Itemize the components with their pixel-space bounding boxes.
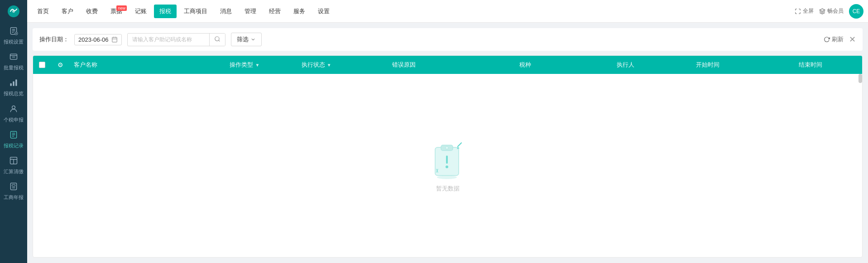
- nav-item-homepage[interactable]: 首页: [32, 5, 54, 18]
- th-error: 错误原因: [352, 57, 456, 73]
- svg-point-13: [12, 106, 15, 109]
- main-area: 首页 客户 收费 票据 new 记账 报税 工商项目 消息 管理 经营 服务 设…: [27, 0, 868, 263]
- th-tax: 税种: [455, 57, 595, 73]
- gongshang-nianbao-icon: [9, 182, 18, 193]
- sidebar-logo: [0, 0, 27, 23]
- sidebar-item-label: 汇算清缴: [4, 169, 24, 175]
- calendar-icon: [111, 36, 118, 43]
- close-button[interactable]: ✕: [849, 35, 856, 44]
- refresh-icon: [824, 36, 830, 43]
- th-status: 执行状态 ▼: [281, 57, 352, 73]
- refresh-button[interactable]: 刷新: [824, 35, 844, 44]
- sidebar: 报税设置 批量报税 报税总览 个税申报: [0, 0, 27, 263]
- sidebar-item-baoshui-zonglang[interactable]: 报税总览: [0, 74, 27, 100]
- svg-point-33: [446, 146, 448, 149]
- baoshui-zonglang-icon: [9, 78, 18, 89]
- svg-point-1: [12, 10, 15, 13]
- svg-rect-23: [12, 185, 15, 186]
- th-start: 开始时间: [656, 57, 759, 73]
- svg-rect-34: [446, 156, 448, 164]
- nav-item-guanli[interactable]: 管理: [239, 5, 262, 18]
- nav-item-xiaoxi[interactable]: 消息: [215, 5, 237, 18]
- fullscreen-icon: [795, 8, 801, 15]
- member-icon: [819, 8, 825, 15]
- date-picker[interactable]: 2023-06-06: [74, 34, 122, 45]
- sidebar-item-label: 批量报税: [4, 65, 24, 71]
- topnav-items: 首页 客户 收费 票据 new 记账 报税 工商项目 消息 管理 经营 服务 设…: [32, 5, 795, 18]
- nav-item-piaoju[interactable]: 票据 new: [105, 5, 128, 18]
- sidebar-item-geshui-shenbao[interactable]: 个税申报: [0, 101, 27, 127]
- svg-point-35: [446, 166, 448, 168]
- op-type-sort-icon[interactable]: ▼: [255, 63, 259, 68]
- search-input[interactable]: [128, 34, 209, 45]
- empty-state: 暂无数据: [416, 125, 480, 206]
- date-label: 操作日期：: [39, 35, 69, 44]
- chevron-down-icon: [250, 37, 256, 42]
- svg-text:+: +: [11, 157, 12, 159]
- sidebar-item-huisuan-qingjiao[interactable]: + 汇算清缴: [0, 152, 27, 178]
- user-avatar[interactable]: CE: [849, 4, 863, 19]
- sidebar-item-label: 报税记录: [4, 143, 24, 149]
- svg-line-36: [458, 143, 461, 146]
- topnav-right: 全屏 畅会员 CE: [795, 4, 863, 19]
- filter-button[interactable]: 筛选: [231, 33, 262, 46]
- sidebar-item-piliang-baoshui[interactable]: 批量报税: [0, 49, 27, 74]
- svg-point-29: [215, 36, 219, 40]
- th-check: [33, 58, 51, 72]
- baoshui-jilu-icon: [9, 130, 18, 141]
- svg-point-38: [437, 175, 457, 179]
- sidebar-item-baoshui-jilu[interactable]: 报税记录: [0, 127, 27, 152]
- table-scrollbar[interactable]: [858, 74, 862, 83]
- empty-illustration: [430, 138, 466, 179]
- content-area: 操作日期： 2023-06-06: [27, 23, 868, 263]
- nav-item-gongshang[interactable]: 工商项目: [178, 5, 213, 18]
- nav-item-jingying[interactable]: 经营: [264, 5, 286, 18]
- search-button[interactable]: [209, 34, 225, 46]
- table-body: 暂无数据: [33, 74, 862, 257]
- empty-text: 暂无数据: [436, 185, 460, 193]
- sidebar-item-label: 工商年报: [4, 195, 24, 200]
- svg-rect-10: [10, 83, 12, 86]
- table-container: ⚙ 客户名称 操作类型 ▼ 执行状态 ▼ 错误原因: [33, 55, 863, 258]
- member-button[interactable]: 畅会员: [819, 7, 844, 15]
- geshui-shenbao-icon: [9, 104, 18, 116]
- svg-rect-11: [13, 82, 14, 86]
- svg-rect-25: [112, 37, 117, 42]
- huisuan-qingjiao-icon: +: [9, 156, 18, 167]
- piaoju-badge: new: [116, 5, 127, 11]
- th-end: 结束时间: [759, 57, 862, 73]
- th-op: 操作类型 ▼: [209, 57, 280, 73]
- sidebar-item-baoshui-shezhi[interactable]: 报税设置: [0, 23, 27, 49]
- topnav: 首页 客户 收费 票据 new 记账 报税 工商项目 消息 管理 经营 服务 设…: [27, 0, 868, 23]
- search-icon: [214, 36, 221, 42]
- exec-status-sort-icon[interactable]: ▼: [327, 63, 331, 68]
- select-all-checkbox[interactable]: [39, 62, 45, 68]
- nav-item-customer[interactable]: 客户: [56, 5, 79, 18]
- fullscreen-button[interactable]: 全屏: [795, 7, 814, 15]
- th-executor: 执行人: [595, 57, 656, 73]
- toolbar: 操作日期： 2023-06-06: [33, 28, 863, 51]
- nav-item-baoshui[interactable]: 报税: [154, 5, 177, 18]
- nav-item-shoufei[interactable]: 收费: [81, 5, 103, 18]
- th-gear: ⚙: [51, 58, 69, 72]
- svg-rect-12: [15, 80, 17, 86]
- main-content: 操作日期： 2023-06-06: [27, 23, 868, 263]
- nav-item-shezhi[interactable]: 设置: [312, 5, 335, 18]
- nav-item-jizhan[interactable]: 记账: [129, 5, 152, 18]
- th-name: 客户名称: [69, 57, 209, 73]
- piliang-baoshui-icon: [9, 52, 18, 63]
- date-value: 2023-06-06: [78, 36, 109, 43]
- settings-icon[interactable]: ⚙: [58, 61, 63, 68]
- sidebar-item-gongshang-nianbao[interactable]: 工商年报: [0, 178, 27, 204]
- svg-line-30: [218, 40, 220, 41]
- svg-rect-9: [10, 54, 17, 59]
- search-box: [127, 33, 225, 46]
- table-header: ⚙ 客户名称 操作类型 ▼ 执行状态 ▼ 错误原因: [33, 56, 862, 74]
- sidebar-item-label: 报税总览: [4, 91, 24, 97]
- nav-item-fuwu[interactable]: 服务: [288, 5, 311, 18]
- sidebar-item-label: 个税申报: [4, 117, 24, 123]
- sidebar-item-label: 报税设置: [4, 39, 24, 45]
- baoshui-shezhi-icon: [9, 26, 18, 38]
